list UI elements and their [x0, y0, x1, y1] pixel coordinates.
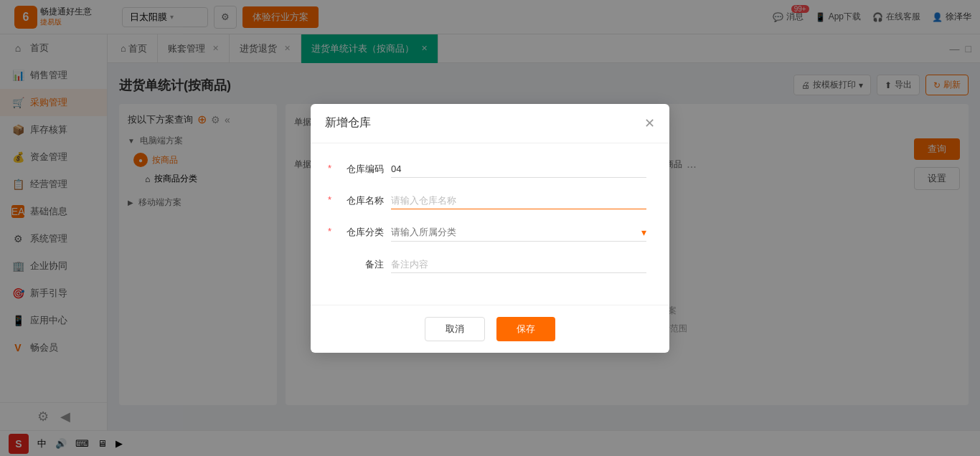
save-button[interactable]: 保存: [496, 317, 555, 341]
new-warehouse-dialog: 新增仓库 ✕ 仓库编码 仓库名称 仓库分类 ▾: [311, 104, 669, 353]
cancel-button[interactable]: 取消: [425, 317, 485, 341]
warehouse-type-arrow-icon: ▾: [641, 227, 646, 238]
warehouse-type-select[interactable]: ▾: [391, 224, 646, 242]
warehouse-type-input[interactable]: [391, 227, 641, 237]
warehouse-name-label: 仓库名称: [334, 194, 391, 207]
warehouse-name-input[interactable]: [391, 192, 646, 209]
dialog-overlay: 新增仓库 ✕ 仓库编码 仓库名称 仓库分类 ▾: [0, 0, 980, 456]
remark-label: 备注: [334, 258, 391, 271]
warehouse-code-input[interactable]: [391, 161, 646, 178]
dialog-title: 新增仓库: [325, 115, 371, 130]
remark-input[interactable]: [391, 256, 646, 273]
warehouse-type-label: 仓库分类: [334, 226, 391, 239]
warehouse-code-label: 仓库编码: [334, 163, 391, 176]
dialog-close-icon[interactable]: ✕: [644, 115, 655, 131]
